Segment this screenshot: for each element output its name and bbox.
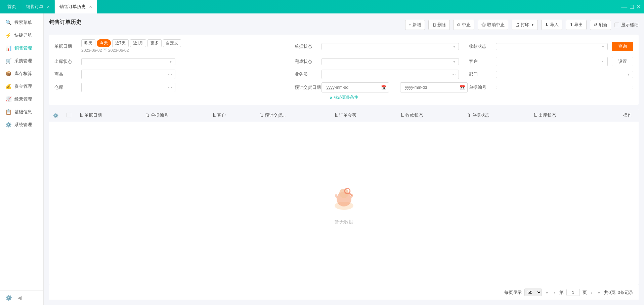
toolbar: + 新增 🗑 删除 ⊘ 中止 ◎ 取消中止 🖨 打印 ▼ ⬇ 导入 ⬆ 导出 ↺… [405,20,639,30]
col-outbound-status-label: ⇅ 出库状态 [533,113,556,118]
date-label: 单据日期 [54,43,81,49]
sidebar-item-sales-mgmt[interactable]: 📊 销售管理 [0,42,43,54]
collapse-button[interactable]: ∧ 收起更多条件 [54,94,633,100]
calendar-from-icon[interactable]: 📅 [381,85,387,90]
empty-illustration [327,182,361,215]
collapse-label: 收起更多条件 [334,94,358,100]
select-all-checkbox[interactable] [67,113,71,117]
next-page-btn[interactable]: › [590,289,594,296]
page-label: 页 [583,290,587,296]
salesman-dots-btn[interactable]: ··· [452,71,456,77]
page-label-pre: 第 [559,290,564,296]
sidebar-item-base-info[interactable]: 📋 基础信息 [0,106,43,118]
filter-row-1: 单据日期 昨天 今天 近7天 近1月 更多 自定义 2023-06-02 至 2… [54,39,633,53]
maximize-icon[interactable]: □ [630,3,634,10]
print-label: 🖨 打印 [515,22,530,28]
yesterday-btn[interactable]: 昨天 [81,39,95,47]
filter-panel: 单据日期 昨天 今天 近7天 近1月 更多 自定义 2023-06-02 至 2… [49,35,639,105]
query-button[interactable]: 查询 [612,42,633,51]
pagination: 每页显示 10 20 50 100 « ‹ 第 页 › » 共0页, 0条记录 [49,285,639,300]
last7days-btn[interactable]: 近7天 [112,39,129,47]
sidebar-item-quick-nav[interactable]: ⚡ 快捷导航 [0,29,43,42]
last-page-btn[interactable]: » [596,289,601,296]
import-button[interactable]: ⬇ 导入 [541,20,562,30]
sidebar-settings-icon[interactable]: ⚙️ [5,295,12,301]
warehouse-dots-btn[interactable]: ··· [168,84,172,90]
customer-label: 客户 [469,59,496,65]
finance-icon: 💰 [5,83,12,89]
custom-btn[interactable]: 自定义 [163,39,181,47]
col-order-status: ⇅ 单据状态 [463,109,529,122]
empty-text: 暂无数据 [335,219,353,225]
first-page-btn[interactable]: « [545,289,550,296]
prev-page-btn[interactable]: ‹ [552,289,556,296]
page-size-label: 每页显示 [504,290,522,296]
page-size-select[interactable]: 10 20 50 100 [524,289,542,296]
delete-button[interactable]: 🗑 删除 [428,20,450,30]
sidebar-item-operations[interactable]: 📈 经营管理 [0,93,43,106]
sidebar-item-purchase-mgmt[interactable]: 🛒 采购管理 [0,54,43,67]
outbound-status-select[interactable]: ▼ [81,58,175,65]
receipt-status-select[interactable]: ▼ [496,43,608,50]
goods-dots-btn[interactable]: ··· [168,71,172,77]
content-area: 销售订单历史 + 新增 🗑 删除 ⊘ 中止 ◎ 取消中止 🖨 打印 ▼ ⬇ 导入… [44,13,644,305]
sidebar-item-search-menu[interactable]: 🔍 搜索菜单 [0,16,43,29]
sidebar-collapse-icon[interactable]: ◀ [17,295,22,301]
complete-status-select[interactable]: ▼ [321,58,459,65]
minimize-icon[interactable]: — [621,3,627,10]
search-menu-icon: 🔍 [5,20,12,26]
sidebar-item-finance[interactable]: 💰 资金管理 [0,80,43,93]
sidebar-item-search-menu-label: 搜索菜单 [14,20,32,26]
salesman-label: 业务员 [295,71,321,77]
today-btn[interactable]: 今天 [97,39,111,47]
tab-home[interactable]: 首页 [3,0,21,13]
tab-sales-order-history-close[interactable]: ✕ [89,5,92,9]
delivery-date-to[interactable] [402,84,458,91]
tab-sales-order[interactable]: 销售订单 ✕ [21,0,55,13]
print-dropdown-icon[interactable]: ▼ [531,23,534,27]
current-page-input[interactable] [566,289,580,296]
collapse-up-icon: ∧ [330,95,333,100]
col-customer: ⇅ 客户 [208,109,256,122]
tab-sales-order-label: 销售订单 [26,4,43,10]
delivery-date-from[interactable] [324,84,380,91]
stop-button[interactable]: ⊘ 中止 [453,20,474,30]
print-button[interactable]: 🖨 打印 ▼ [512,20,538,30]
col-date: ⇅ 单据日期 [75,109,142,122]
more-btn[interactable]: 更多 [147,39,162,47]
sidebar-item-inventory[interactable]: 📦 库存核算 [0,67,43,80]
col-amount: ⇅ 订单金额 [330,109,397,122]
col-amount-label: ⇅ 订单金额 [334,113,357,118]
last1month-btn[interactable]: 近1月 [130,39,146,47]
table-gear-icon[interactable]: ⚙️ [53,113,58,118]
calendar-to-icon[interactable]: 📅 [460,85,465,90]
outbound-status-label: 出库状态 [54,59,81,65]
main-layout: 🔍 搜索菜单 ⚡ 快捷导航 📊 销售管理 🛒 采购管理 📦 库存核算 💰 资金管… [0,13,644,305]
sidebar-item-quick-nav-label: 快捷导航 [14,32,32,38]
col-date-label: ⇅ 单据日期 [79,113,102,118]
total-text: 共0页, 0条记录 [604,290,633,296]
sidebar-item-sys-mgmt[interactable]: ⚙️ 系统管理 [0,118,43,131]
warehouse-label: 仓库 [54,84,81,90]
order-status-select[interactable]: ▼ [321,43,459,50]
settings-button[interactable]: 设置 [612,57,633,66]
refresh-button[interactable]: ↺ 刷新 [590,20,611,30]
tab-sales-order-close[interactable]: ✕ [47,5,50,9]
customer-dots-btn[interactable]: ··· [600,59,605,65]
display-label: 显示碰细 [621,22,639,28]
col-order-status-label: ⇅ 单据状态 [467,113,489,118]
col-no-label: ⇅ 单据编号 [146,113,168,118]
display-checkbox[interactable] [614,23,619,27]
export-button[interactable]: ⬆ 导出 [566,20,587,30]
data-table-wrap: ⚙️ ⇅ 单据日期 ⇅ 单据编号 ⇅ 客户 [49,109,639,285]
cancel-stop-button[interactable]: ◎ 取消中止 [478,20,508,30]
order-status-arrow-icon: ▼ [453,45,456,48]
close-icon[interactable]: ✕ [636,3,641,10]
tab-sales-order-history[interactable]: 销售订单历史 ✕ [55,0,97,13]
window-controls: — □ ✕ [621,3,641,10]
order-status-label: 单据状态 [295,43,321,49]
sidebar-bottom: ⚙️ ◀ [0,290,43,305]
new-button[interactable]: + 新增 [405,20,425,30]
sidebar-item-operations-label: 经营管理 [14,96,32,102]
dept-select[interactable]: ▼ [496,71,633,78]
